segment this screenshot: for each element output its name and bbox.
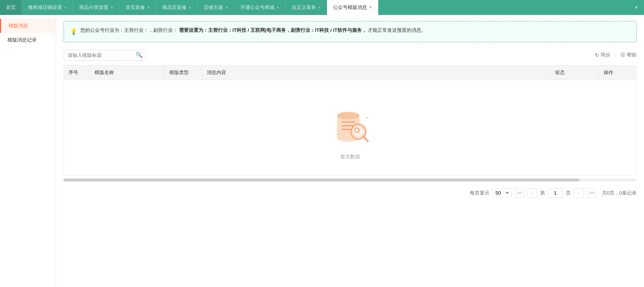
sync-icon: ↻ (595, 52, 599, 58)
sidebar-item-template-msg[interactable]: 模版消息 (0, 19, 56, 33)
tab-category-close[interactable]: × (111, 5, 113, 10)
tab-theme-label: 店铺主题 (204, 4, 223, 11)
empty-icon: ✦ ✦ (328, 103, 373, 147)
tab-homepage-label: 首页装修 (126, 4, 145, 11)
notice-text: 您的公众号行业为：主营行业：，副营行业： 需要设置为：主营行业：IT科技 / 互… (80, 27, 426, 34)
main-content: 💡 您的公众号行业为：主营行业：，副营行业： 需要设置为：主营行业：IT科技 /… (56, 15, 644, 287)
layout: 模版消息 模版消息记录 💡 您的公众号行业为：主营行业：，副营行业： 需要设置为… (0, 15, 644, 287)
tab-theme-close[interactable]: × (225, 5, 228, 10)
tab-homepage[interactable]: 首页装修 × (120, 0, 156, 15)
tab-template-msg-close[interactable]: × (369, 5, 372, 10)
page-number-input[interactable] (548, 188, 563, 198)
tab-theme[interactable]: 店铺主题 × (198, 0, 234, 15)
help-label: 帮助 (627, 52, 637, 58)
search-row: 🔍 ↻ 同步 | ⓪ 帮助 (64, 50, 637, 61)
help-icon: ⓪ (620, 52, 625, 58)
sidebar-item-template-msg-record-label: 模版消息记录 (7, 37, 37, 43)
col-action: 操作 (599, 65, 637, 80)
page-unit: 页 (566, 190, 571, 196)
tab-homepage-close[interactable]: × (147, 5, 150, 10)
global-close-button[interactable]: × (629, 4, 644, 11)
tab-open-mall-close[interactable]: × (277, 5, 279, 10)
help-button[interactable]: ⓪ 帮助 (620, 52, 637, 58)
tab-home[interactable]: 首页 (0, 0, 22, 15)
tab-weshop[interactable]: 微商城店铺设置 × (22, 0, 73, 15)
col-name: 模版名称 (90, 65, 165, 80)
tab-product-page[interactable]: 商品页装修 × (156, 0, 198, 15)
page-label: 第 (540, 190, 545, 196)
page-next-button[interactable]: › (574, 188, 583, 198)
total-text: 共0页，0条记录 (602, 190, 637, 196)
tab-weshop-label: 微商城店铺设置 (28, 4, 62, 11)
search-input[interactable] (64, 50, 146, 61)
col-content: 消息内容 (202, 65, 551, 80)
search-icon[interactable]: 🔍 (136, 52, 143, 58)
col-type: 模版类型 (165, 65, 202, 80)
sidebar-item-template-msg-label: 模版消息 (9, 23, 28, 28)
tab-custom-menu-close[interactable]: × (318, 5, 321, 10)
tab-product-page-close[interactable]: × (189, 5, 191, 10)
page-prev-button[interactable]: ‹ (527, 188, 537, 198)
notice-box: 💡 您的公众号行业为：主营行业：，副营行业： 需要设置为：主营行业：IT科技 /… (64, 21, 637, 42)
tab-custom-menu[interactable]: 自定义菜单 × (286, 0, 327, 15)
notice-icon: 💡 (70, 27, 77, 37)
search-input-wrap: 🔍 (64, 50, 146, 61)
col-status: 状态 (551, 65, 599, 80)
toolbar-divider: | (615, 52, 616, 58)
tab-bar: 首页 微商城店铺设置 × 商品分类设置 × 首页装修 × 商品页装修 × 店铺主… (0, 0, 644, 15)
data-table: 序号 模版名称 模版类型 消息内容 状态 操作 (64, 65, 637, 175)
sidebar-item-template-msg-record[interactable]: 模版消息记录 (0, 33, 56, 47)
tab-template-msg[interactable]: 公众号模版消息 × (327, 0, 378, 15)
page-last-button[interactable]: ⋙ (586, 188, 596, 198)
col-index: 序号 (64, 65, 90, 80)
tab-category-label: 商品分类设置 (79, 4, 108, 11)
tab-open-mall[interactable]: 开通公众号商城 × (234, 0, 286, 15)
tab-template-msg-label: 公众号模版消息 (333, 4, 367, 11)
svg-line-8 (363, 137, 368, 141)
horizontal-scrollbar[interactable] (64, 178, 637, 181)
toolbar-right: ↻ 同步 | ⓪ 帮助 (595, 52, 637, 58)
empty-row: ✦ ✦ 暂无数据 (64, 80, 637, 175)
svg-text:✦: ✦ (335, 133, 338, 136)
pagination: 每页显示 50 10 20 100 ⋘ ‹ 第 页 › ⋙ 共0页，0条记录 (64, 184, 637, 202)
notice-highlight: 需要设置为：主营行业：IT科技 / 互联网|电子商务，副营行业：IT科技 / I… (179, 27, 367, 33)
tab-product-page-label: 商品页装修 (162, 4, 187, 11)
sync-button[interactable]: ↻ 同步 (595, 52, 610, 58)
tab-custom-menu-label: 自定义菜单 (292, 4, 316, 11)
tab-category[interactable]: 商品分类设置 × (73, 0, 120, 15)
sidebar: 模版消息 模版消息记录 (0, 15, 56, 287)
sync-label: 同步 (601, 52, 610, 58)
svg-text:✦: ✦ (365, 115, 369, 120)
tab-home-label: 首页 (6, 4, 16, 11)
empty-text: 暂无数据 (341, 153, 360, 160)
page-size-label: 每页显示 (470, 190, 489, 196)
page-size-select[interactable]: 50 10 20 100 (492, 189, 512, 197)
svg-point-2 (337, 112, 360, 119)
table-header-row: 序号 模版名称 模版类型 消息内容 状态 操作 (64, 65, 637, 80)
tab-open-mall-label: 开通公众号商城 (240, 4, 274, 11)
tab-weshop-close[interactable]: × (64, 5, 67, 10)
empty-state: ✦ ✦ 暂无数据 (64, 80, 636, 175)
page-first-button[interactable]: ⋘ (515, 188, 524, 198)
scrollbar-thumb[interactable] (64, 178, 579, 181)
